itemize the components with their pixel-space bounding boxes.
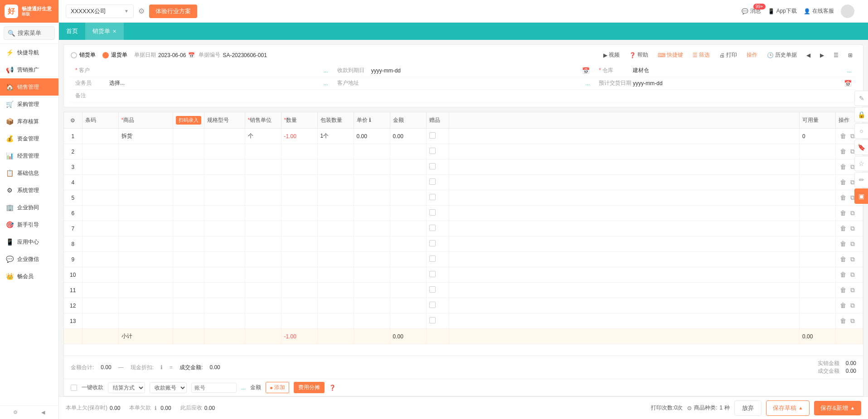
- date-calendar-icon[interactable]: 📅: [188, 52, 195, 58]
- warehouse-more-icon[interactable]: ...: [847, 67, 852, 74]
- delete-row-icon[interactable]: 🗑: [840, 302, 846, 309]
- collapse-button[interactable]: ◀: [31, 409, 55, 415]
- payment-method-select[interactable]: 结算方式: [108, 382, 145, 393]
- print-button[interactable]: 🖨 打印: [716, 49, 741, 61]
- float-bookmark-button[interactable]: 🔖: [854, 140, 868, 155]
- next-record-button[interactable]: ▶: [816, 50, 828, 60]
- radio-return-order[interactable]: 退货单: [102, 51, 127, 59]
- delete-row-icon[interactable]: 🗑: [840, 194, 846, 201]
- sidebar-item-wechat[interactable]: 💬 企业微信: [0, 250, 58, 268]
- add-payment-button[interactable]: ● 添加: [266, 382, 289, 393]
- scan-button[interactable]: 扫码录入: [176, 116, 201, 125]
- delivery-date-input[interactable]: yyyy-mm-dd: [633, 80, 842, 87]
- history-button[interactable]: 🕒 历史单据: [763, 49, 800, 61]
- gift-checkbox[interactable]: [429, 163, 436, 169]
- copy-row-icon[interactable]: ⧉: [850, 271, 855, 278]
- row-pkg-qty[interactable]: 1个: [317, 129, 354, 144]
- delete-row-icon[interactable]: 🗑: [840, 132, 846, 140]
- sidebar-item-purchase[interactable]: 🛒 采购管理: [0, 96, 58, 113]
- float-edit-button[interactable]: ✎: [854, 91, 868, 106]
- float-orange-button[interactable]: ▣: [854, 188, 868, 204]
- one-click-checkbox[interactable]: [71, 385, 77, 391]
- abandon-button[interactable]: 放弃: [734, 400, 761, 416]
- delete-row-icon[interactable]: 🗑: [840, 178, 846, 186]
- tab-home[interactable]: 首页: [59, 23, 85, 40]
- sidebar-item-enterprise[interactable]: 🏢 企业协同: [0, 199, 58, 216]
- company-selector[interactable]: XXXXXX公司 ▼: [66, 5, 134, 18]
- float-pencil-button[interactable]: ✏: [854, 172, 868, 188]
- save-draft-button[interactable]: 保存草稿 ▲: [766, 400, 810, 416]
- salesperson-input[interactable]: 选择...: [109, 79, 321, 87]
- copy-row-icon[interactable]: ⧉: [850, 317, 855, 324]
- sidebar-item-inventory[interactable]: 📦 库存核算: [0, 113, 58, 130]
- row-amount[interactable]: [390, 144, 426, 159]
- prev-record-button[interactable]: ◀: [803, 50, 814, 60]
- row-unit[interactable]: [245, 144, 281, 159]
- sidebar-item-basic[interactable]: 📋 基础信息: [0, 164, 58, 182]
- tab-close-icon[interactable]: ✕: [112, 29, 116, 34]
- row-unit[interactable]: [245, 159, 281, 175]
- copy-row-icon[interactable]: ⧉: [850, 240, 855, 247]
- user-avatar[interactable]: [841, 5, 854, 18]
- operation-button[interactable]: 操作: [743, 49, 761, 61]
- payment-account-select[interactable]: 收款账号: [150, 382, 187, 393]
- help-button[interactable]: ❓ 帮助: [626, 49, 652, 61]
- delete-row-icon[interactable]: 🗑: [840, 317, 846, 324]
- salesperson-more-icon[interactable]: ...: [324, 80, 328, 87]
- sidebar-item-system[interactable]: ⚙ 系统管理: [0, 182, 58, 199]
- copy-row-icon[interactable]: ⧉: [850, 286, 855, 294]
- shortcut-button[interactable]: ⌨ 快捷键: [654, 49, 687, 61]
- sidebar-item-marketing[interactable]: 📢 营销推广: [0, 61, 58, 78]
- list-view-button[interactable]: ☰: [830, 50, 842, 60]
- grid-view-button[interactable]: ⊞: [844, 50, 856, 60]
- delete-row-icon[interactable]: 🗑: [840, 286, 846, 294]
- sidebar-item-operations[interactable]: 📊 经营管理: [0, 147, 58, 164]
- payment-more-icon[interactable]: ...: [241, 385, 246, 391]
- copy-row-icon[interactable]: ⧉: [850, 302, 855, 309]
- delete-row-icon[interactable]: 🗑: [840, 255, 846, 263]
- warehouse-input[interactable]: 建材仓: [633, 67, 845, 74]
- filter-button[interactable]: ☰ 筛选: [689, 49, 713, 61]
- video-button[interactable]: ▶ 视频: [600, 49, 623, 61]
- copy-row-icon[interactable]: ⧉: [850, 209, 855, 217]
- row-qty[interactable]: [281, 159, 317, 175]
- row-spec[interactable]: [204, 144, 245, 159]
- row-pkg-qty[interactable]: [317, 159, 354, 175]
- col-settings[interactable]: ⚙: [64, 112, 82, 129]
- due-date-input[interactable]: yyyy-mm-dd: [371, 67, 580, 74]
- due-date-calendar-icon[interactable]: 📅: [582, 67, 590, 74]
- app-download-button[interactable]: 📱 App下载: [768, 7, 797, 15]
- row-gift[interactable]: [426, 144, 449, 159]
- copy-row-icon[interactable]: ⧉: [850, 255, 855, 263]
- row-product[interactable]: [118, 144, 173, 159]
- row-barcode[interactable]: [82, 144, 118, 159]
- row-qty[interactable]: -1.00: [281, 129, 317, 144]
- row-gift[interactable]: [426, 129, 449, 144]
- message-button[interactable]: 💬 消息 99+: [742, 7, 761, 15]
- row-qty[interactable]: [281, 144, 317, 159]
- copy-row-icon[interactable]: ⧉: [850, 225, 855, 232]
- sidebar-item-quick-nav[interactable]: ⚡ 快捷导航: [0, 44, 58, 61]
- sidebar-item-appstore[interactable]: 📱 应用中心: [0, 233, 58, 250]
- float-circle-button[interactable]: ○: [854, 123, 868, 139]
- delete-row-icon[interactable]: 🗑: [840, 225, 846, 232]
- sidebar-item-sales[interactable]: 🏠 销售管理: [0, 78, 58, 96]
- online-service-button[interactable]: 👤 在线客服: [804, 7, 834, 15]
- account-input[interactable]: [191, 383, 237, 393]
- expense-allocation-button[interactable]: 费用分摊: [294, 382, 325, 393]
- delivery-calendar-icon[interactable]: 📅: [844, 80, 852, 87]
- gift-checkbox[interactable]: [429, 132, 436, 139]
- trial-button[interactable]: 体验行业方案: [149, 5, 197, 18]
- sidebar-item-member[interactable]: 👑 畅会员: [0, 268, 58, 285]
- delete-row-icon[interactable]: 🗑: [840, 148, 846, 155]
- row-gift[interactable]: [426, 159, 449, 175]
- row-amount[interactable]: 0.00: [390, 129, 426, 144]
- delete-row-icon[interactable]: 🗑: [840, 163, 846, 170]
- row-product[interactable]: 拆货: [118, 129, 173, 144]
- row-amount[interactable]: [390, 159, 426, 175]
- tab-sales-order[interactable]: 销货单 ✕: [85, 23, 124, 40]
- gift-checkbox[interactable]: [429, 148, 436, 154]
- sidebar-item-capital[interactable]: 💰 资金管理: [0, 130, 58, 147]
- row-unit[interactable]: 个: [245, 129, 281, 144]
- sidebar-item-guide[interactable]: 🎯 新手引导: [0, 216, 58, 233]
